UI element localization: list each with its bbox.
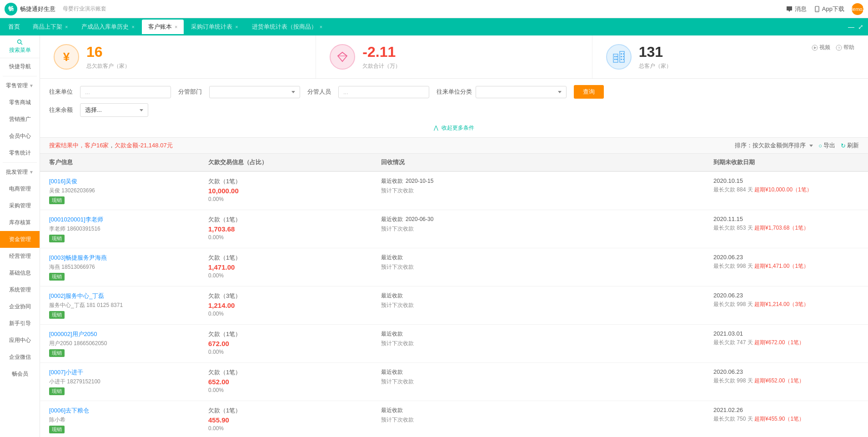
collect-next-5: 预计下次收款 (381, 378, 713, 386)
td-collect-4: 最近收款 预计下次收款 (381, 330, 713, 347)
sidebar-item-batch-mgmt[interactable]: 批发管理 ▼ (0, 164, 40, 181)
sidebar-item-new-guide[interactable]: 新手引导 (0, 315, 40, 332)
sidebar-item-operation[interactable]: 经营管理 (0, 248, 40, 265)
td-overdue-6: 2021.02.26 最长欠款 750 天 超期¥455.90（1笔） (713, 407, 859, 423)
tab-close-icon[interactable]: × (175, 24, 177, 30)
td-overdue-5: 2020.06.23 最长欠款 998 天 超期¥652.00（1笔） (713, 368, 859, 385)
debt-percent-6: 0.00% (208, 425, 381, 432)
stat-card-debt-customers: ¥ 16 总欠款客户（家） (40, 35, 316, 78)
user-avatar[interactable]: demo2 (852, 3, 863, 15)
table-row: [0003]畅捷服务尹海燕 海燕 18513066976 现销 欠款（1笔） 1… (40, 248, 868, 286)
debt-percent-3: 0.00% (208, 311, 381, 317)
customer-name-link-5[interactable]: [0007]小进干 (49, 368, 208, 377)
filter-select-category[interactable] (476, 86, 567, 98)
tab-close-icon[interactable]: × (131, 24, 134, 30)
chevron-down-icon-2: ▼ (29, 170, 34, 175)
sort-dropdown[interactable]: 排序：按欠款金额倒序排序 (735, 141, 813, 150)
customer-name-link-0[interactable]: [0016]吴俊 (49, 177, 208, 186)
customer-name-link-4[interactable]: [000002]用户2050 (49, 330, 208, 338)
overdue-link-5[interactable]: 超期¥652.00（1笔） (754, 377, 804, 384)
chevron-down-icon-balance (140, 109, 143, 111)
overdue-link-2[interactable]: 超期¥1,471.00（1笔） (754, 263, 809, 269)
refresh-btn[interactable]: ↻ 刷新 (841, 141, 859, 150)
logo-icon: 畅 (5, 3, 17, 15)
video-btn[interactable]: 视频 (812, 44, 830, 51)
video-icon (812, 45, 818, 51)
export-btn[interactable]: ○ 导出 (818, 141, 835, 150)
customer-name-link-3[interactable]: [0002]服务中心_丁磊 (49, 292, 208, 300)
table-row: [0006]去下粮仓 陈小希 现销 欠款（1笔） 455.90 0.00% 最近… (40, 401, 868, 437)
customer-phone-2: 海燕 18513066976 (49, 263, 208, 271)
tab-close-icon[interactable]: × (235, 24, 238, 30)
refresh-icon: ↻ (841, 142, 846, 149)
filter-label-dept: 分管部门 (178, 88, 206, 96)
filter-group-dept: 分管部门 (178, 86, 300, 98)
debt-percent-0: 0.00% (208, 196, 381, 202)
tab-product-instock[interactable]: 产成品入库单历史 × (75, 20, 140, 34)
tab-purchase-order[interactable]: 采购订单统计表 × (185, 20, 244, 34)
sidebar-quick-nav[interactable]: 快捷导航 (0, 58, 40, 75)
overdue-date-6: 2021.02.26 (713, 407, 859, 413)
sidebar-item-basic-info[interactable]: 基础信息 (0, 265, 40, 281)
sidebar-item-marketing[interactable]: 营销推广 (0, 111, 40, 128)
collect-next-0: 预计下次收款 (381, 187, 713, 195)
debt-amount-2: 1,471.00 (208, 263, 381, 271)
th-collect-status: 回收情况 (381, 158, 713, 166)
sidebar-item-enterprise-coop[interactable]: 企业协同 (0, 298, 40, 315)
overdue-link-3[interactable]: 超期¥1,214.00（3笔） (754, 301, 809, 307)
sidebar-item-ecommerce[interactable]: 电商管理 (0, 181, 40, 197)
tab-product-offshelf[interactable]: 商品上下架 × (26, 20, 74, 34)
table-row-inner-3: [0002]服务中心_丁磊 服务中心_丁磊 181 0125 8371 现销 欠… (40, 286, 868, 324)
sidebar-item-vip-member[interactable]: 畅会员 (0, 366, 40, 382)
stat-info-3: 131 总客户（家） (639, 44, 672, 70)
debt-count-0: 欠款（1笔） (208, 177, 381, 186)
help-btn[interactable]: ? 帮助 (836, 44, 854, 51)
filter-select-dept[interactable] (209, 86, 300, 98)
tab-home[interactable]: 首页 (2, 23, 26, 31)
search-button[interactable]: 查询 (574, 85, 604, 99)
tab-fullscreen-icon[interactable]: ⤢ (858, 23, 863, 30)
overdue-link-1[interactable]: 超期¥1,703.68（1笔） (754, 225, 809, 231)
msg-btn[interactable]: 消息 (786, 5, 807, 13)
overdue-link-4[interactable]: 超期¥672.00（1笔） (754, 339, 804, 346)
filter-select-balance[interactable]: 选择... (80, 103, 148, 117)
filter-group-unit: 往来单位 ... (49, 86, 171, 98)
td-debt-2: 欠款（1笔） 1,471.00 0.00% (208, 254, 381, 279)
tab-close-icon[interactable]: × (65, 24, 68, 30)
customer-name-link-6[interactable]: [0006]去下粮仓 (49, 407, 208, 415)
debt-amount-4: 672.00 (208, 340, 381, 347)
overdue-date-0: 2020.10.15 (713, 177, 859, 184)
customer-name-link-1[interactable]: [0001020001]李老师 (49, 216, 208, 224)
td-overdue-1: 2020.11.15 最长欠款 853 天 超期¥1,703.68（1笔） (713, 216, 859, 232)
sidebar-item-system[interactable]: 系统管理 (0, 281, 40, 298)
sidebar: 搜索菜单 快捷导航 零售管理 ▼ 零售商城 营销推广 会员中心 零售统计 (0, 35, 40, 437)
sidebar-item-finance[interactable]: 资金管理 (0, 231, 40, 248)
top-bar-right: 消息 App下载 demo2 (786, 3, 863, 15)
sidebar-item-app-center[interactable]: 应用中心 (0, 332, 40, 349)
chevron-down-icon-category (558, 91, 562, 93)
search-menu-btn[interactable]: 搜索菜单 (0, 35, 40, 58)
sidebar-item-retail-mgmt[interactable]: 零售管理 ▼ (0, 77, 40, 94)
sidebar-item-warehouse[interactable]: 库存核算 (0, 214, 40, 231)
overdue-link-0[interactable]: 超期¥10,000.00（1笔） (754, 186, 812, 193)
sidebar-item-retail-stat[interactable]: 零售统计 (0, 145, 40, 161)
customer-phone-6: 陈小希 (49, 416, 208, 424)
sidebar-item-enterprise-wechat[interactable]: 企业微信 (0, 349, 40, 366)
tab-instock-stat[interactable]: 进货单统计表（按商品） × (246, 20, 329, 34)
td-overdue-4: 2021.03.01 最长欠款 747 天 超期¥672.00（1笔） (713, 330, 859, 347)
tab-minimize-icon[interactable]: — (848, 23, 854, 30)
app-download-btn[interactable]: App下载 (814, 5, 844, 13)
sidebar-item-retail-mall[interactable]: 零售商城 (0, 94, 40, 111)
sidebar-item-member[interactable]: 会员中心 (0, 128, 40, 145)
tab-customer-account[interactable]: 客户账本 × (142, 20, 184, 34)
sidebar-item-purchase[interactable]: 采购管理 (0, 197, 40, 214)
td-collect-5: 最近收款 预计下次收款 (381, 368, 713, 386)
collapse-filters-btn[interactable]: ⋀ 收起更多条件 (49, 121, 859, 135)
filter-input-unit[interactable]: ... (80, 86, 171, 98)
filter-input-person[interactable]: ... (338, 86, 429, 98)
app-subtitle: 母婴行业演示账套 (63, 5, 106, 13)
customer-name-link-2[interactable]: [0003]畅捷服务尹海燕 (49, 254, 208, 262)
tab-close-icon[interactable]: × (320, 24, 322, 30)
overdue-link-6[interactable]: 超期¥455.90（1笔） (754, 416, 804, 422)
filter-label-person: 分管人员 (307, 88, 335, 96)
